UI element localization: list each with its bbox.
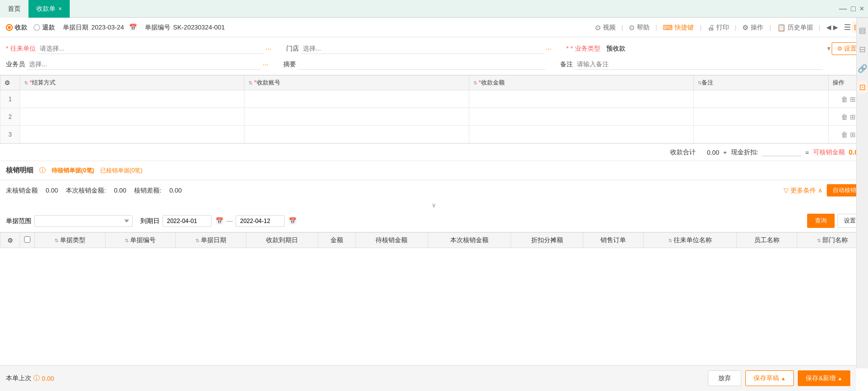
tab-receipt[interactable]: 收款单 ×	[28, 0, 70, 18]
operation-btn[interactable]: ⚙ 操作	[742, 23, 763, 32]
maximize-icon[interactable]: □	[851, 4, 856, 13]
col-settings-header[interactable]: ⚙	[0, 76, 20, 90]
copy-icon-2[interactable]: ⊞	[850, 113, 856, 121]
tab-done[interactable]: 已核销单据(0笔)	[100, 167, 143, 175]
date-from-input[interactable]	[163, 215, 212, 227]
form-row-1: 往来单位 ··· 门店 ··· * 业务类型 预收款 ▼ ⚙ 设置	[6, 42, 862, 55]
amount-1[interactable]	[469, 90, 693, 108]
store-input[interactable]	[301, 43, 544, 54]
date-separator: —	[226, 217, 233, 224]
save-draft-btn[interactable]: 保存草稿 ▲	[745, 370, 794, 386]
account-2[interactable]	[244, 108, 469, 126]
summary-row: 收款合计 0.00 + 现金折扣: = 可核销金额 0.00	[0, 144, 868, 161]
copy-icon-3[interactable]: ⊞	[850, 131, 856, 139]
number-field: 单据编号 SK-20230324-001	[145, 23, 225, 32]
store-more-icon[interactable]: ···	[546, 45, 552, 53]
copy-icon-1[interactable]: ⊞	[850, 95, 856, 103]
print-icon: 🖨	[707, 24, 714, 31]
chevron-up-icon: ∧	[818, 187, 823, 194]
sidebar-list-icon[interactable]: ⊟	[857, 43, 868, 56]
date-field: 单据日期 2023-03-24 📅	[63, 23, 137, 32]
btcol-date-header: ⇅ 单据日期	[176, 233, 246, 248]
footer-info: 本单上次 ⓘ 0.00	[6, 374, 54, 383]
radio-refund[interactable]: 退款	[33, 23, 55, 32]
total-value: 0.00	[700, 149, 719, 156]
business-type-dropdown-icon[interactable]: ▼	[826, 45, 832, 52]
verify-info-icon[interactable]: ⓘ	[39, 166, 46, 175]
sidebar-table-icon[interactable]: ▤	[857, 24, 868, 37]
history-btn[interactable]: 📋 历史单据	[777, 23, 813, 32]
tab-home[interactable]: 首页	[0, 0, 28, 18]
btcol-checkbox-header[interactable]	[20, 233, 35, 248]
date-to-input[interactable]	[236, 215, 285, 227]
list-icon: ☰	[844, 23, 851, 32]
select-all-checkbox[interactable]	[24, 236, 30, 243]
tab-close-icon[interactable]: ×	[58, 5, 62, 12]
discard-btn[interactable]: 放弃	[708, 370, 741, 386]
btcol-number-header: ⇅ 单据编号	[105, 233, 176, 248]
store-field: 门店 ···	[286, 43, 552, 54]
settlement-1[interactable]	[20, 90, 244, 108]
note-3[interactable]	[693, 126, 828, 143]
history-icon: 📋	[777, 24, 786, 31]
minimize-icon[interactable]: —	[839, 4, 847, 13]
radio-receipt[interactable]: 收款	[6, 23, 27, 32]
toolbar: 收款 退款 单据日期 2023-03-24 📅 单据编号 SK-20230324…	[0, 18, 868, 37]
summary-field: 摘要	[283, 59, 546, 70]
btcol-employee-header: 员工名称	[737, 233, 797, 248]
help-btn[interactable]: ⊙ 帮助	[629, 23, 650, 32]
filter-row: 单据范围 到期日 📅 — 📅 查询 设置	[0, 210, 868, 232]
salesperson-more-icon[interactable]: ···	[263, 60, 269, 68]
cal-to-icon[interactable]: 📅	[289, 217, 297, 224]
sidebar-capture-icon[interactable]: ⊡	[858, 81, 867, 93]
calendar-icon[interactable]: 📅	[129, 24, 137, 31]
verify-right: ▽ 更多条件 ∧ 自动核销	[784, 184, 862, 196]
collapse-btn[interactable]: ∨	[0, 200, 868, 210]
summary-input[interactable]	[298, 59, 546, 70]
more-conditions-btn[interactable]: ▽ 更多条件 ∧	[784, 186, 823, 195]
counterparty-input[interactable]	[38, 43, 264, 54]
footer-buttons: 放弃 保存草稿 ▲ 保存&新增 ▲	[708, 370, 850, 386]
delete-icon-1[interactable]: 🗑	[841, 95, 848, 103]
note-1[interactable]	[693, 90, 828, 108]
keyboard-icon: ⌨	[663, 24, 673, 31]
toolbar-right: ⊙ 视频 | ⊙ 帮助 | ⌨ 快捷键 | 🖨 打印 | ⚙ 操作	[595, 22, 862, 33]
amount-3[interactable]	[469, 126, 693, 143]
next-icon[interactable]: ▶	[833, 24, 838, 31]
sidebar-link-icon[interactable]: 🔗	[856, 62, 868, 75]
discount-input[interactable]	[762, 148, 801, 156]
delete-icon-3[interactable]: 🗑	[841, 131, 848, 139]
shortcut-btn[interactable]: ⌨ 快捷键	[663, 23, 694, 32]
print-btn[interactable]: 🖨 打印	[707, 23, 729, 32]
date-value: 2023-03-24	[91, 24, 124, 31]
diff-value: 0.00	[169, 187, 182, 194]
counterparty-more-icon[interactable]: ···	[266, 45, 271, 53]
prev-icon[interactable]: ◀	[826, 24, 831, 31]
account-1[interactable]	[244, 90, 469, 108]
business-type-value: 预收款	[606, 44, 826, 53]
help-icon: ⊙	[629, 24, 635, 31]
window-close-icon[interactable]: ×	[860, 4, 864, 13]
btcol-settings-header[interactable]: ⚙	[0, 233, 20, 248]
salesperson-input[interactable]	[27, 59, 261, 70]
eq-sign: =	[805, 149, 809, 156]
footer-value: 0.00	[42, 375, 54, 382]
total-label: 收款合计	[670, 148, 696, 157]
video-btn[interactable]: ⊙ 视频	[595, 23, 616, 32]
account-3[interactable]	[244, 126, 469, 143]
note-2[interactable]	[693, 108, 828, 126]
settlement-3[interactable]	[20, 126, 244, 143]
can-label: 可核销金额	[813, 148, 845, 157]
delete-icon-2[interactable]: 🗑	[841, 113, 848, 121]
cal-from-icon[interactable]: 📅	[216, 217, 223, 224]
note-input[interactable]	[575, 59, 823, 70]
settlement-2[interactable]	[20, 108, 244, 126]
form-area: 往来单位 ··· 门店 ··· * 业务类型 预收款 ▼ ⚙ 设置	[0, 37, 868, 75]
amount-2[interactable]	[469, 108, 693, 126]
range-select[interactable]	[34, 215, 133, 227]
query-btn[interactable]: 查询	[807, 214, 835, 228]
tab-pending[interactable]: 待核销单据(0笔)	[52, 167, 94, 175]
col-account-header: ⇅ *收款账号	[244, 76, 469, 90]
save-new-btn[interactable]: 保存&新增 ▲	[798, 370, 850, 386]
filter-icon: ▽	[784, 187, 788, 194]
